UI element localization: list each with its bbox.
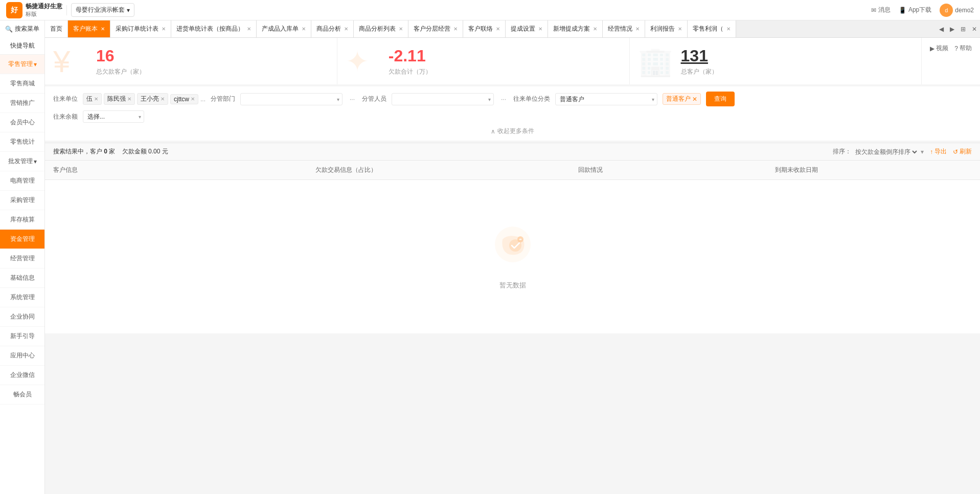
unit-label: 往来单位 [53,95,78,103]
tab-close-icon[interactable]: ✕ [344,26,348,32]
tab-product-analysis[interactable]: 商品分析 ✕ [311,20,354,38]
tab-close-icon[interactable]: ✕ [101,26,105,32]
app-download-btn[interactable]: 📱 App下载 [899,6,931,14]
export-btn[interactable]: ↑ 导出 [930,147,947,156]
category-tag[interactable]: 普通客户 ✕ [663,93,701,105]
stat-label-amount: 欠款合计（万） [389,68,431,76]
results-bar: 搜索结果中，客户 0 家 欠款金额 0.00 元 排序： 按欠款金额倒序排序 ▾ [45,143,980,161]
category-select[interactable]: 普通客户 [555,93,657,105]
tab-add-commission-plan[interactable]: 新增提成方案 ✕ [548,20,603,38]
th-customer-info: 客户信息 [53,166,315,174]
balance-select[interactable]: 选择... [83,110,144,123]
logo: 好 畅捷通好生意 标版 [6,2,62,18]
video-btn[interactable]: ▶ 视频 [930,44,948,53]
sidebar-item-retail-mall[interactable]: 零售商城 [0,74,44,94]
sidebar-item-inventory[interactable]: 库存核算 [0,210,44,230]
tag-close-icon[interactable]: ✕ [692,96,697,103]
stat-card-amount: ✦ -2.11 欠款合计（万） [337,38,630,84]
dept-select[interactable] [240,93,343,105]
filter-row-2: 往来余额 选择... [53,110,972,123]
sidebar-item-retail-stats[interactable]: 零售统计 [0,132,44,152]
person-dots[interactable]: ··· [499,96,508,103]
sidebar-item-guide[interactable]: 新手引导 [0,327,44,346]
tab-expand-btn[interactable]: ⊞ [958,20,969,38]
stat-card-customers: ¥ 16 总欠款客户（家） [45,38,337,84]
messages-btn[interactable]: ✉ 消息 [871,6,891,14]
help-btn[interactable]: ? 帮助 [954,44,972,53]
tab-close-icon[interactable]: ✕ [635,26,640,32]
tab-customer-ledger[interactable]: 客户账本 ✕ [68,20,110,38]
tab-product-analysis-list[interactable]: 商品分析列表 ✕ [354,20,408,38]
tab-close-icon[interactable]: ✕ [593,26,597,32]
tab-close-icon[interactable]: ✕ [247,26,251,32]
tag-close-icon[interactable]: ✕ [127,96,131,102]
sidebar-item-wechat-work[interactable]: 企业微信 [0,366,44,385]
sidebar-item-operations[interactable]: 经营管理 [0,249,44,268]
tab-purchase-order-stats[interactable]: 采购订单统计表 ✕ [110,20,171,38]
tab-close-icon[interactable]: ✕ [496,26,500,32]
balance-select-wrap: 选择... [83,110,144,123]
unit-tag-wang[interactable]: 王小亮 ✕ [137,93,168,105]
tab-customer-tier[interactable]: 客户分层经营 ✕ [408,20,463,38]
sidebar-item-system[interactable]: 系统管理 [0,288,44,307]
sort-select[interactable]: 按欠款金额倒序排序 [853,148,919,156]
search-button[interactable]: 查询 [706,92,735,106]
tag-close-icon[interactable]: ✕ [161,96,165,102]
unit-tags: 伍 ✕ 陈民强 ✕ 王小亮 ✕ cjttcw ✕ [83,93,206,105]
tab-profit-report[interactable]: 利润报告 ✕ [645,20,688,38]
unit-tag-cjttcw[interactable]: cjttcw ✕ [170,94,198,104]
sidebar: 🔍 搜索菜单 快捷导航 零售管理 ▾ 零售商城 营销推广 会员中心 零售统计 批… [0,20,45,494]
collapse-btn[interactable]: ∧ 收起更多条件 [53,127,972,136]
refresh-btn[interactable]: ↺ 刷新 [953,147,972,156]
tab-prev-btn[interactable]: ◀ [936,20,947,38]
tab-retail-profit[interactable]: 零售利润（ ✕ [688,20,736,38]
tab-next-btn[interactable]: ▶ [947,20,958,38]
tab-operations[interactable]: 经营情况 ✕ [603,20,645,38]
sidebar-item-enterprise[interactable]: 企业协同 [0,307,44,327]
refresh-icon: ↺ [953,148,958,155]
person-select-wrap [392,93,494,105]
tab-home[interactable]: 首页 [45,20,68,38]
sidebar-item-app-center[interactable]: 应用中心 [0,346,44,366]
unit-tag-chen[interactable]: 陈民强 ✕ [104,93,135,105]
th-debt-info: 欠款交易信息（占比） [315,166,578,174]
tab-close-icon[interactable]: ✕ [302,26,306,32]
tab-close-icon[interactable]: ✕ [162,26,166,32]
message-icon: ✉ [871,7,876,14]
dept-dots[interactable]: ··· [348,96,357,103]
chevron-up-icon: ∧ [491,128,495,135]
sidebar-item-purchase[interactable]: 采购管理 [0,191,44,210]
tag-close-icon[interactable]: ✕ [191,96,195,102]
sidebar-item-finance[interactable]: 资金管理 [0,230,44,249]
quick-nav-btn[interactable]: 快捷导航 [0,37,44,55]
tab-commission-settings[interactable]: 提成设置 ✕ [506,20,548,38]
sidebar-item-member[interactable]: 畅会员 [0,385,44,405]
workspace-select[interactable]: 母婴行业演示帐套 ▾ [71,3,134,17]
more-tags-btn[interactable]: ... [200,96,206,103]
sidebar-item-retail-management[interactable]: 零售管理 ▾ [0,55,44,74]
user-info[interactable]: d demo2 [940,4,974,17]
sidebar-item-wholesale[interactable]: 批发管理 ▾ [0,152,44,171]
search-menu-btn[interactable]: 🔍 搜索菜单 [0,20,44,37]
tab-close-icon[interactable]: ✕ [399,26,403,32]
tab-purchase-stats-by-product[interactable]: 进货单统计表（按商品） ✕ [171,20,257,38]
tab-customer-contact[interactable]: 客户联络 ✕ [463,20,506,38]
sidebar-item-marketing[interactable]: 营销推广 [0,94,44,113]
tab-close-icon[interactable]: ✕ [678,26,682,32]
sidebar-item-member-center[interactable]: 会员中心 [0,113,44,132]
top-bar-left: 好 畅捷通好生意 标版 母婴行业演示帐套 ▾ [6,2,134,18]
table-body: 暂无数据 [45,180,980,333]
person-select[interactable] [392,93,494,105]
tab-close-icon[interactable]: ✕ [453,26,458,32]
logo-text: 畅捷通好生意 标版 [26,3,62,18]
sidebar-item-basic-info[interactable]: 基础信息 [0,268,44,288]
tab-production-storage[interactable]: 产成品入库单 ✕ [257,20,311,38]
logo-icon: 好 [6,2,22,18]
tab-close-all-btn[interactable]: ✕ [969,20,980,38]
unit-tag-wu[interactable]: 伍 ✕ [83,93,102,105]
tab-close-icon[interactable]: ✕ [538,26,542,32]
tag-close-icon[interactable]: ✕ [94,96,98,102]
sidebar-item-ecommerce[interactable]: 电商管理 [0,171,44,191]
chevron-down-icon: ▾ [34,158,37,165]
tab-close-icon[interactable]: ✕ [726,26,731,32]
